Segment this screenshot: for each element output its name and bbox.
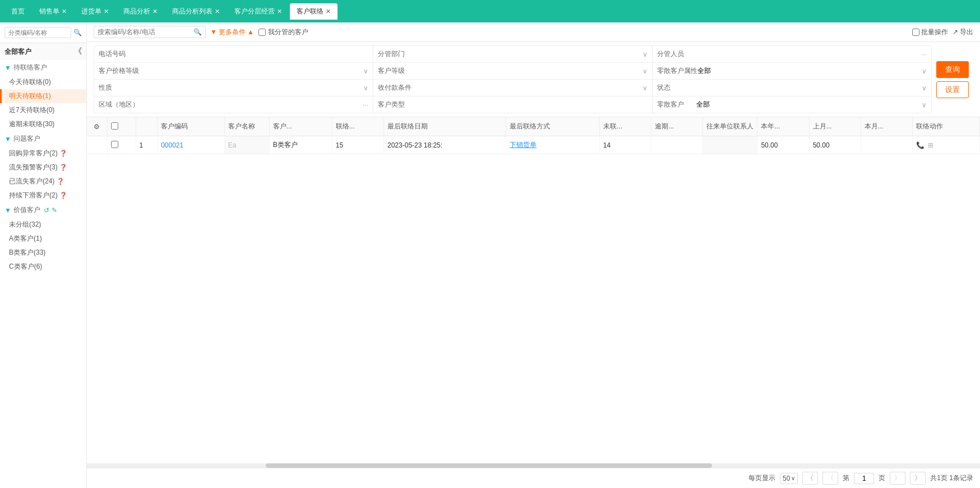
sidebar-item-churn-warn[interactable]: 流失预警客户(3) ❓ (0, 160, 86, 174)
region-filter[interactable]: 区域（地区） ··· (94, 96, 373, 113)
page-size-select[interactable]: 50 ∨ (780, 473, 798, 484)
all-customers-header[interactable]: 全部客户 《 (0, 43, 86, 60)
help-icon-churned[interactable]: ❓ (57, 178, 64, 185)
refresh-icon[interactable]: ↺ (44, 206, 49, 214)
value-level-filter[interactable]: 客户价格等级 ∨ (94, 63, 373, 79)
retail-filter[interactable]: 零散客户 全部 ∨ (653, 96, 931, 113)
nav-product-analysis[interactable]: 商品分析 ✕ (117, 3, 164, 20)
last-page-btn[interactable]: 》 (910, 472, 926, 485)
row-check[interactable] (111, 141, 118, 148)
col-name[interactable]: 客户名称 (224, 117, 269, 136)
retail-attr-filter[interactable]: 零散客户属性 全部 ∨ (653, 63, 931, 79)
col-overdue[interactable]: 逾期... (651, 117, 703, 136)
col-checkbox[interactable] (107, 117, 136, 136)
close-sales-icon[interactable]: ✕ (62, 8, 67, 15)
close-customer-contact-icon[interactable]: ✕ (326, 8, 331, 15)
customer-level-filter[interactable]: 客户等级 ∨ (373, 63, 653, 79)
retail-attr-chevron-icon: ∨ (922, 67, 927, 75)
next-page-btn[interactable]: 〉 (890, 472, 905, 485)
help-icon-abnormal[interactable]: ❓ (59, 150, 67, 156)
nav-home[interactable]: 首页 (4, 3, 31, 20)
col-action: 联络动作 (913, 117, 980, 136)
prev-page-btn[interactable]: 〈 (822, 472, 838, 485)
dept-filter[interactable]: 分管部门 ∨ (373, 46, 653, 62)
edit-icon[interactable]: ✎ (52, 206, 57, 214)
filter-icon: ▼ (210, 28, 217, 36)
payment-filter[interactable]: 收付款条件 ∨ (373, 80, 653, 96)
action-phone-icon[interactable]: 📞 (916, 141, 924, 149)
row-action[interactable]: 📞 ⊞ (913, 136, 980, 154)
col-contacts[interactable]: 联络... (332, 117, 383, 136)
my-customers-checkbox[interactable]: 我分管的客户 (258, 27, 308, 37)
gender-filter[interactable]: 性质 ∨ (94, 80, 373, 96)
status-filter[interactable]: 状态 ∨ (653, 80, 931, 96)
close-product-list-icon[interactable]: ✕ (215, 8, 220, 15)
sidebar-search-input[interactable] (4, 27, 71, 38)
filter-panel: 电话号码 分管部门 ∨ 分管人员 ··· (87, 42, 980, 117)
close-customer-tier-icon[interactable]: ✕ (277, 8, 282, 15)
nav-sales[interactable]: 销售单 ✕ (33, 3, 73, 20)
help-icon-declining[interactable]: ❓ (59, 192, 67, 199)
close-product-analysis-icon[interactable]: ✕ (152, 8, 158, 15)
nav-customer-contact[interactable]: 客户联络 ✕ (290, 3, 338, 20)
col-last-method[interactable]: 最后联络方式 (506, 117, 600, 136)
region-dots-icon[interactable]: ··· (363, 101, 368, 109)
sidebar-item-today[interactable]: 今天待联络(0) (0, 75, 86, 89)
set-button[interactable]: 设置 (936, 81, 969, 98)
row-not-linked: 14 (599, 136, 651, 154)
sidebar-item-ungroup[interactable]: 未分组(32) (0, 218, 86, 232)
sidebar-search-icon[interactable]: 🔍 (73, 29, 82, 36)
row-last-method[interactable]: 下销货单 (506, 136, 600, 154)
row-code[interactable]: 000021 (158, 136, 225, 154)
sidebar-item-c-class[interactable]: C类客户(6) (0, 260, 86, 274)
search-input[interactable] (98, 28, 191, 36)
settings-icon[interactable]: ⚙ (94, 123, 100, 131)
scrollbar-thumb[interactable] (266, 463, 713, 468)
page-size-chevron-icon: ∨ (791, 475, 795, 481)
col-settings[interactable]: ⚙ (87, 117, 107, 136)
col-unit-contact[interactable]: 往来单位联系人 (703, 117, 757, 136)
search-icon[interactable]: 🔍 (193, 28, 202, 36)
col-code[interactable]: 客户编码 (158, 117, 225, 136)
sidebar-item-tomorrow[interactable]: 明天待联络(1) (0, 89, 86, 103)
last-method-link[interactable]: 下销货单 (510, 141, 537, 149)
col-not-linked[interactable]: 未联... (599, 117, 651, 136)
batch-op-btn[interactable]: 批量操作 (912, 27, 948, 37)
nav-customer-tier[interactable]: 客户分层经营 ✕ (228, 3, 289, 20)
col-last-month[interactable]: 上月... (809, 117, 861, 136)
help-icon-churn-warn[interactable]: ❓ (59, 164, 67, 171)
col-this-month[interactable]: 本月... (861, 117, 912, 136)
row-checkbox[interactable] (107, 136, 136, 154)
phone-input[interactable] (138, 50, 368, 58)
sidebar-item-overdue[interactable]: 逾期未联络(30) (0, 117, 86, 131)
col-type[interactable]: 客户... (269, 117, 332, 136)
manager-filter[interactable]: 分管人员 ··· (653, 46, 931, 62)
sidebar-item-declining[interactable]: 持续下滑客户(2) ❓ (0, 188, 86, 202)
page-input[interactable] (854, 473, 874, 484)
customer-type-filter[interactable]: 客户类型 (373, 96, 653, 113)
batch-check[interactable] (912, 29, 919, 36)
sidebar-item-7days[interactable]: 近7天待联络(0) (0, 103, 86, 117)
sidebar-item-abnormal[interactable]: 回购异常客户(2) ❓ (0, 146, 86, 160)
row-this-year: 50.00 (757, 136, 809, 154)
close-purchase-icon[interactable]: ✕ (104, 8, 109, 15)
col-last-date[interactable]: 最后联络日期 (384, 117, 506, 136)
my-customers-check[interactable] (258, 29, 266, 36)
select-all-checkbox[interactable] (111, 122, 118, 130)
search-input-wrap[interactable]: 🔍 (94, 26, 206, 38)
export-btn[interactable]: ↗ 导出 (953, 27, 973, 37)
nav-purchase[interactable]: 进货单 ✕ (75, 3, 115, 20)
first-page-btn[interactable]: 《 (802, 472, 818, 485)
query-button[interactable]: 查询 (936, 61, 969, 78)
nav-product-list[interactable]: 商品分析列表 ✕ (165, 3, 226, 20)
sidebar-item-churned[interactable]: 已流失客户(24) ❓ (0, 174, 86, 188)
more-conditions-btn[interactable]: ▼ 更多条件 ▲ (210, 27, 254, 37)
horizontal-scrollbar[interactable] (87, 463, 980, 468)
sidebar-item-b-class[interactable]: B类客户(33) (0, 246, 86, 260)
dept-label: 分管部门 (378, 49, 417, 59)
col-this-year[interactable]: 本年... (757, 117, 809, 136)
customer-level-chevron-icon: ∨ (642, 67, 648, 75)
sidebar-item-a-class[interactable]: A类客户(1) (0, 232, 86, 246)
manager-dots-icon[interactable]: ··· (921, 50, 927, 58)
action-more-icon[interactable]: ⊞ (928, 141, 933, 149)
